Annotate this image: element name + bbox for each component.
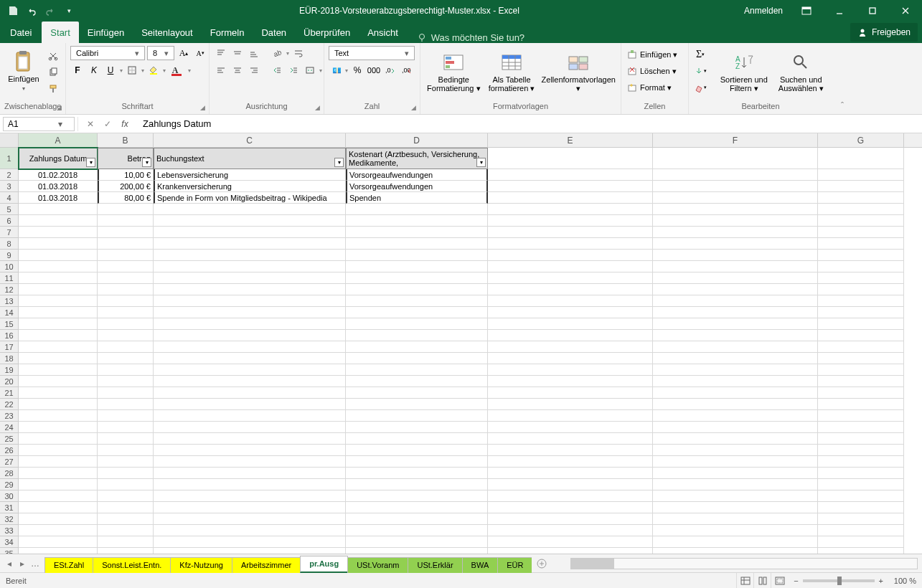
cell[interactable] xyxy=(818,387,904,399)
insert-cells-button[interactable]: Einfügen ▾ xyxy=(626,47,679,62)
table-header-cell[interactable]: Zahlungs Datum▾ xyxy=(19,148,98,169)
cell[interactable] xyxy=(653,513,818,525)
sort-filter-button[interactable]: AZ Sortieren und Filtern ▾ xyxy=(717,46,771,98)
row-header[interactable]: 26 xyxy=(0,445,19,456)
underline-button[interactable]: U xyxy=(103,63,118,77)
cell[interactable]: Vorsorgeaufwendungen xyxy=(346,181,488,192)
sheet-nav-first[interactable]: ◂ xyxy=(3,557,16,570)
cell[interactable] xyxy=(19,399,98,410)
cell[interactable] xyxy=(488,399,653,410)
cell[interactable] xyxy=(98,468,154,479)
format-as-table-button[interactable]: Als Tabelle formatieren ▾ xyxy=(486,46,538,98)
fill-color-icon[interactable] xyxy=(146,63,161,77)
cell[interactable] xyxy=(653,548,818,554)
conditional-formatting-button[interactable]: Bedingte Formatierung ▾ xyxy=(425,46,483,98)
row-header[interactable]: 14 xyxy=(0,307,19,318)
cell[interactable] xyxy=(346,399,488,410)
cell[interactable] xyxy=(346,513,488,525)
format-painter-icon[interactable] xyxy=(46,82,60,96)
cell[interactable]: 01.03.2018 xyxy=(19,192,98,204)
cell[interactable] xyxy=(653,422,818,433)
cell[interactable] xyxy=(818,169,904,181)
cell[interactable] xyxy=(154,376,346,387)
cell[interactable] xyxy=(488,410,653,422)
cell[interactable] xyxy=(346,318,488,330)
column-header-D[interactable]: D xyxy=(346,133,488,147)
cell[interactable] xyxy=(19,513,98,525)
cell[interactable] xyxy=(488,307,653,318)
cell[interactable] xyxy=(488,422,653,433)
cell[interactable] xyxy=(19,238,98,250)
row-header[interactable]: 9 xyxy=(0,250,19,261)
cell[interactable] xyxy=(346,490,488,502)
cell[interactable] xyxy=(346,353,488,364)
cell[interactable] xyxy=(653,387,818,399)
cell[interactable] xyxy=(98,261,154,272)
cell[interactable] xyxy=(346,364,488,376)
cell[interactable] xyxy=(653,364,818,376)
sheet-tab[interactable]: BWA xyxy=(462,557,499,573)
row-header[interactable]: 30 xyxy=(0,490,19,502)
align-bottom-icon[interactable] xyxy=(247,46,261,60)
cell[interactable] xyxy=(154,215,346,227)
sheet-tab[interactable]: ESt.Zahl xyxy=(44,557,93,573)
cell[interactable] xyxy=(488,192,653,204)
cell[interactable] xyxy=(346,376,488,387)
cell[interactable] xyxy=(346,387,488,399)
cell[interactable] xyxy=(98,548,154,554)
cell[interactable] xyxy=(653,192,818,204)
cell[interactable] xyxy=(154,227,346,238)
cell[interactable] xyxy=(154,238,346,250)
cell[interactable] xyxy=(98,238,154,250)
cell[interactable] xyxy=(19,456,98,468)
cell[interactable] xyxy=(488,284,653,295)
cell[interactable] xyxy=(488,433,653,445)
cell[interactable] xyxy=(818,295,904,307)
row-header[interactable]: 7 xyxy=(0,227,19,238)
italic-button[interactable]: K xyxy=(87,63,101,77)
cell[interactable] xyxy=(154,536,346,548)
normal-view-icon[interactable] xyxy=(736,573,753,589)
cancel-formula-icon[interactable]: ✕ xyxy=(83,117,98,131)
fill-icon[interactable]: ▾ xyxy=(693,64,707,78)
cell[interactable] xyxy=(98,433,154,445)
cell[interactable] xyxy=(346,422,488,433)
minimize-button[interactable] xyxy=(823,0,856,22)
merge-center-icon[interactable] xyxy=(303,63,317,77)
cell[interactable] xyxy=(488,148,653,169)
cell[interactable] xyxy=(818,261,904,272)
table-header-cell[interactable]: Betrag▾ xyxy=(98,148,154,169)
row-header[interactable]: 32 xyxy=(0,513,19,525)
tab-formulas[interactable]: Formeln xyxy=(202,22,253,43)
cell[interactable] xyxy=(19,318,98,330)
cell[interactable] xyxy=(818,284,904,295)
save-icon[interactable] xyxy=(6,4,20,18)
cell[interactable] xyxy=(818,341,904,353)
table-header-cell[interactable]: Buchungstext▾ xyxy=(154,148,346,169)
cell[interactable] xyxy=(154,353,346,364)
cell[interactable] xyxy=(818,513,904,525)
cell[interactable] xyxy=(488,548,653,554)
font-size-combo[interactable]: 8▾ xyxy=(147,46,174,60)
cell[interactable] xyxy=(346,295,488,307)
row-header[interactable]: 20 xyxy=(0,376,19,387)
decrease-font-icon[interactable]: A▾ xyxy=(193,46,207,60)
page-break-view-icon[interactable] xyxy=(771,573,788,589)
row-header[interactable]: 28 xyxy=(0,468,19,479)
cell[interactable] xyxy=(346,284,488,295)
cell[interactable] xyxy=(818,456,904,468)
cell[interactable] xyxy=(98,307,154,318)
page-layout-view-icon[interactable] xyxy=(753,573,771,589)
cell[interactable] xyxy=(154,525,346,536)
cell[interactable] xyxy=(346,479,488,490)
cell[interactable] xyxy=(154,399,346,410)
share-button[interactable]: Freigeben xyxy=(850,23,918,42)
cell[interactable] xyxy=(154,318,346,330)
cell[interactable] xyxy=(19,227,98,238)
cell[interactable] xyxy=(653,445,818,456)
formula-input[interactable] xyxy=(137,117,922,131)
cell[interactable]: 10,00 € xyxy=(98,169,154,181)
row-header[interactable]: 6 xyxy=(0,215,19,227)
row-header[interactable]: 13 xyxy=(0,295,19,307)
cell[interactable] xyxy=(346,410,488,422)
